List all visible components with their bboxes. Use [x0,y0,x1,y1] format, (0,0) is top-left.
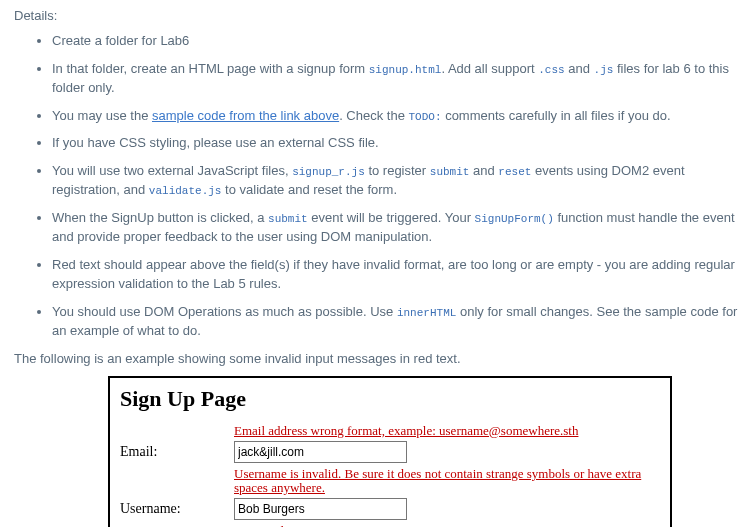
row-username: Username: [120,498,660,520]
code-filename: signup.html [369,64,442,76]
code-event: submit [268,213,308,225]
list-item: You will use two external JavaScript fil… [52,161,739,200]
list-item: When the SignUp button is clicked, a sub… [52,208,739,247]
text: and [469,163,498,178]
signup-example-frame: Sign Up Page Email address wrong format,… [108,376,672,528]
label-username: Username: [120,501,234,517]
page-title: Sign Up Page [120,386,660,412]
list-item: Create a folder for Lab6 [52,31,739,51]
code-innerhtml: innerHTML [397,307,456,319]
text: and [565,61,594,76]
list-item: You may use the sample code from the lin… [52,106,739,126]
text: . Add all support [441,61,538,76]
text: You should use DOM Operations as much as… [52,304,397,319]
details-heading: Details: [14,8,739,23]
label-email: Email: [120,444,234,460]
code-todo: TODO: [409,111,442,123]
text: Red text should appear above the field(s… [52,257,735,292]
list-item: If you have CSS styling, please use an e… [52,133,739,153]
code-func: SignUpForm() [475,213,554,225]
text: to validate and reset the form. [221,182,397,197]
text: You will use two external JavaScript fil… [52,163,292,178]
text: event will be triggered. Your [308,210,475,225]
code-ext-js: .js [594,64,614,76]
list-item: You should use DOM Operations as much as… [52,302,739,341]
example-intro: The following is an example showing some… [14,351,739,366]
text: to register [365,163,430,178]
code-file: signup_r.js [292,166,365,178]
code-ext-css: .css [538,64,564,76]
list-item: Red text should appear above the field(s… [52,255,739,294]
row-email: Email: [120,441,660,463]
email-field[interactable] [234,441,407,463]
requirements-list: Create a folder for Lab6 In that folder,… [14,31,739,341]
code-event: reset [498,166,531,178]
sample-code-link[interactable]: sample code from the link above [152,108,339,123]
list-item: In that folder, create an HTML page with… [52,59,739,98]
code-event: submit [430,166,470,178]
error-username: Username is invalid. Be sure it does not… [234,467,660,496]
text: . Check the [339,108,408,123]
text: You may use the [52,108,152,123]
text: Create a folder for Lab6 [52,33,189,48]
error-email: Email address wrong format, example: use… [234,424,660,438]
text: If you have CSS styling, please use an e… [52,135,379,150]
username-field[interactable] [234,498,407,520]
document-page: Details: Create a folder for Lab6 In tha… [0,0,753,527]
text: When the SignUp button is clicked, a [52,210,268,225]
text: In that folder, create an HTML page with… [52,61,369,76]
code-file: validate.js [149,185,222,197]
text: comments carefully in all files if you d… [442,108,671,123]
